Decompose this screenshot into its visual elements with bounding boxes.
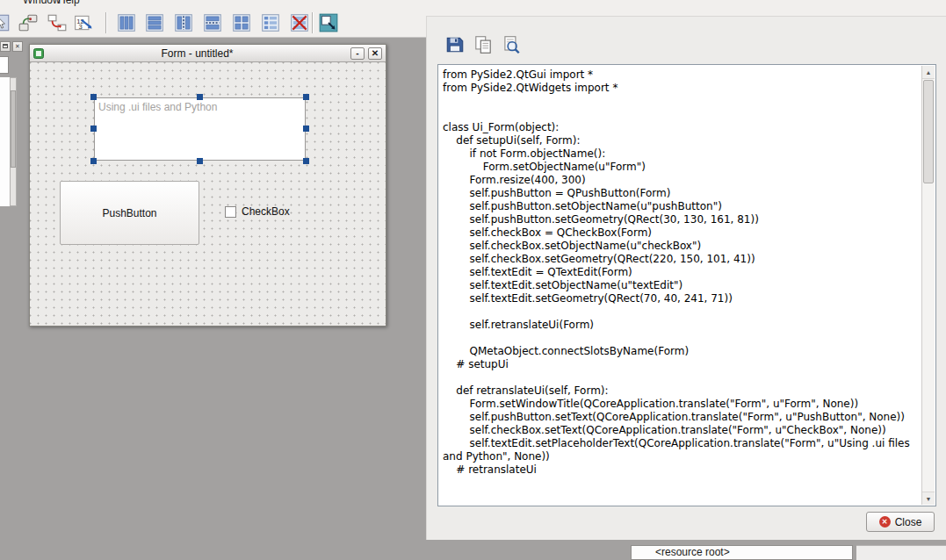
bottom-panel-fragment bbox=[856, 545, 946, 560]
code-view[interactable]: from PySide2.QtGui import * from PySide2… bbox=[437, 64, 936, 506]
close-circle-icon: ✕ bbox=[879, 516, 891, 528]
lay-out-horizontally-icon[interactable] bbox=[116, 12, 137, 33]
float-icon bbox=[3, 44, 8, 48]
save-icon[interactable] bbox=[444, 34, 466, 55]
widgetbox-panel-fragment bbox=[0, 77, 10, 206]
form-titlebar[interactable]: Form - untitled* - ✕ bbox=[30, 45, 386, 62]
form-window-icon bbox=[33, 48, 44, 59]
adjust-size-icon[interactable] bbox=[318, 12, 339, 33]
lay-out-vertically-in-splitter-icon[interactable] bbox=[202, 12, 223, 33]
selection-handle-bottom-right[interactable] bbox=[303, 158, 309, 164]
resource-root-item[interactable]: <resource root> bbox=[631, 545, 853, 560]
code-vertical-scrollbar[interactable]: ▲ ▼ bbox=[921, 66, 935, 505]
dock-float-button[interactable] bbox=[0, 41, 11, 52]
widgetbox-scrollbar[interactable] bbox=[10, 77, 17, 206]
scroll-down-arrow-icon[interactable]: ▼ bbox=[922, 492, 935, 505]
lay-out-vertically-icon[interactable] bbox=[144, 12, 165, 33]
svg-text:3: 3 bbox=[78, 23, 82, 31]
lay-out-in-grid-icon[interactable] bbox=[231, 12, 252, 33]
widgetbox-scrollbar-thumb[interactable] bbox=[11, 90, 16, 168]
menubar: Window Help bbox=[0, 0, 426, 7]
selection-handle-top-right[interactable] bbox=[303, 94, 309, 100]
copy-icon[interactable] bbox=[473, 34, 494, 55]
toolbar-separator bbox=[105, 12, 106, 33]
edit-buddies-icon[interactable] bbox=[47, 12, 68, 33]
scrollbar-thumb[interactable] bbox=[923, 80, 934, 183]
textedit-widget[interactable]: Using .ui files and Python bbox=[94, 97, 306, 161]
edit-tab-order-icon[interactable]: 123 bbox=[74, 12, 95, 33]
selection-handle-bottom-center[interactable] bbox=[197, 158, 203, 164]
form-canvas[interactable]: Using .ui files and Python PushButton Ch… bbox=[30, 62, 386, 326]
dock-filter-input[interactable] bbox=[0, 56, 9, 74]
find-icon[interactable] bbox=[501, 34, 522, 55]
menu-item-window[interactable]: Window bbox=[23, 0, 61, 6]
selection-handle-top-left[interactable] bbox=[90, 94, 97, 100]
minimize-button[interactable]: - bbox=[350, 47, 365, 60]
pushbutton-widget[interactable]: PushButton bbox=[60, 181, 199, 245]
selection-handle-bottom-left[interactable] bbox=[90, 158, 97, 164]
menu-item-help[interactable]: Help bbox=[58, 0, 80, 6]
form-editor-window: Form - untitled* - ✕ Using .ui files and… bbox=[29, 44, 386, 327]
break-layout-icon[interactable] bbox=[289, 12, 310, 33]
code-text: from PySide2.QtGui import * from PySide2… bbox=[443, 68, 920, 504]
dock-close-button[interactable]: ✕ bbox=[12, 41, 23, 52]
pushbutton-label: PushButton bbox=[102, 207, 156, 219]
selection-handle-mid-right[interactable] bbox=[303, 126, 309, 132]
code-preview-dialog: from PySide2.QtGui import * from PySide2… bbox=[426, 16, 946, 540]
resource-root-label: <resource root> bbox=[655, 546, 730, 558]
edit-widgets-icon[interactable] bbox=[0, 12, 11, 33]
scroll-up-arrow-icon[interactable]: ▲ bbox=[922, 66, 935, 79]
textedit-placeholder: Using .ui files and Python bbox=[98, 101, 305, 113]
lay-out-in-form-layout-icon[interactable] bbox=[260, 12, 281, 33]
checkbox-widget[interactable]: CheckBox bbox=[225, 205, 290, 218]
checkbox-indicator[interactable] bbox=[225, 206, 236, 218]
close-icon: ✕ bbox=[15, 43, 20, 49]
close-window-button[interactable]: ✕ bbox=[368, 47, 382, 60]
checkbox-label: CheckBox bbox=[242, 205, 290, 218]
lay-out-horizontally-in-splitter-icon[interactable] bbox=[173, 12, 194, 33]
selection-handle-mid-left[interactable] bbox=[90, 126, 97, 132]
close-button-label: Close bbox=[895, 516, 922, 528]
edit-signals-slots-icon[interactable] bbox=[18, 12, 39, 33]
form-window-title: Form - untitled* bbox=[47, 47, 347, 60]
toolbar-separator bbox=[312, 12, 313, 33]
close-button[interactable]: ✕ Close bbox=[866, 512, 935, 532]
selection-handle-top-center[interactable] bbox=[197, 94, 203, 100]
